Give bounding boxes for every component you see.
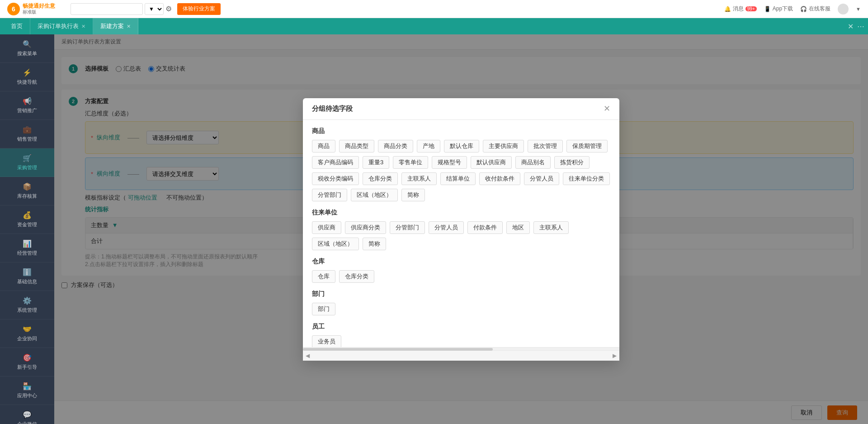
modal-header: 分组待选字段 ✕ bbox=[303, 98, 619, 120]
sidebar-item-新手引导[interactable]: 🎯新手引导 bbox=[0, 348, 54, 376]
field-tag-1-7[interactable]: 区域（地区） bbox=[312, 238, 359, 250]
field-tag-1-0[interactable]: 供应商 bbox=[312, 221, 341, 234]
field-tag-0-16[interactable]: 仓库分类 bbox=[363, 172, 398, 185]
scroll-right-arrow[interactable]: ▶ bbox=[613, 353, 617, 359]
sidebar-item-库存核算[interactable]: 📦库存核算 bbox=[0, 177, 54, 205]
sidebar-item-采购管理[interactable]: 🛒采购管理 bbox=[0, 148, 54, 177]
sidebar-item-资金管理[interactable]: 💰资金管理 bbox=[0, 205, 54, 234]
sidebar-item-基础信息[interactable]: ℹ️基础信息 bbox=[0, 262, 54, 291]
scrollbar-thumb bbox=[303, 348, 493, 351]
sidebar-item-快捷导航[interactable]: ⚡快捷导航 bbox=[0, 63, 54, 91]
sidebar-item-企业微信[interactable]: 💬企业微信 bbox=[0, 405, 54, 424]
settings-icon[interactable]: ⚙ bbox=[165, 5, 172, 13]
sidebar-item-营销推广[interactable]: 📢营销推广 bbox=[0, 91, 54, 120]
field-tag-0-11[interactable]: 规格型号 bbox=[432, 156, 467, 169]
field-tag-0-23[interactable]: 区域（地区） bbox=[351, 189, 398, 201]
field-group-2: 仓库仓库仓库分类 bbox=[312, 257, 610, 283]
field-tag-1-6[interactable]: 主联系人 bbox=[533, 221, 569, 234]
logo-subtitle: 标准版 bbox=[23, 10, 55, 15]
field-tag-0-6[interactable]: 批次管理 bbox=[528, 140, 563, 152]
avatar[interactable] bbox=[838, 4, 849, 14]
field-tag-0-5[interactable]: 主要供应商 bbox=[483, 140, 524, 152]
field-tag-1-4[interactable]: 付款条件 bbox=[467, 221, 503, 234]
field-tag-0-7[interactable]: 保质期管理 bbox=[566, 140, 608, 152]
field-group-title-2: 仓库 bbox=[312, 257, 610, 266]
sidebar-label-9: 系统管理 bbox=[17, 307, 37, 314]
field-tag-0-20[interactable]: 分管人员 bbox=[524, 172, 559, 185]
field-group-3: 部门部门 bbox=[312, 290, 610, 315]
field-tag-4-0[interactable]: 业务员 bbox=[312, 335, 341, 348]
modal-horizontal-scrollbar[interactable] bbox=[303, 347, 619, 350]
field-tags-1: 供应商供应商分类分管部门分管人员付款条件地区主联系人区域（地区）简称 bbox=[312, 221, 610, 250]
field-tag-1-8[interactable]: 简称 bbox=[363, 238, 386, 250]
field-tag-1-3[interactable]: 分管人员 bbox=[429, 221, 464, 234]
search-input[interactable] bbox=[71, 3, 143, 15]
modal: 分组待选字段 ✕ 商品商品商品类型商品分类产地默认仓库主要供应商批次管理保质期管… bbox=[303, 98, 619, 361]
field-group-title-3: 部门 bbox=[312, 290, 610, 298]
modal-close-btn[interactable]: ✕ bbox=[604, 105, 610, 113]
sidebar-icon-0: 🔍 bbox=[23, 40, 32, 48]
field-group-title-4: 员工 bbox=[312, 323, 610, 331]
field-group-title-1: 往来单位 bbox=[312, 209, 610, 217]
field-tag-0-15[interactable]: 税收分类编码 bbox=[312, 172, 359, 185]
scroll-left-arrow[interactable]: ◀ bbox=[306, 353, 310, 359]
sidebar-label-3: 销售管理 bbox=[17, 136, 37, 143]
sidebar-icon-8: ℹ️ bbox=[23, 268, 32, 276]
field-tag-0-17[interactable]: 主联系人 bbox=[401, 172, 437, 185]
field-tag-0-18[interactable]: 结算单位 bbox=[440, 172, 476, 185]
app-download-btn[interactable]: 📱 App下载 bbox=[764, 5, 793, 13]
field-tag-2-0[interactable]: 仓库 bbox=[312, 270, 335, 283]
sidebar-icon-4: 🛒 bbox=[23, 154, 32, 162]
sidebar-icon-7: 📊 bbox=[23, 239, 32, 248]
field-tag-0-12[interactable]: 默认供应商 bbox=[471, 156, 512, 169]
sidebar-item-搜索菜单[interactable]: 🔍搜索菜单 bbox=[0, 34, 54, 63]
field-tag-0-21[interactable]: 往来单位分类 bbox=[563, 172, 610, 185]
field-tags-2: 仓库仓库分类 bbox=[312, 270, 610, 283]
search-dropdown[interactable]: ▼ bbox=[145, 3, 164, 15]
sidebar-item-应用中心[interactable]: 🏪应用中心 bbox=[0, 376, 54, 405]
field-tag-2-1[interactable]: 仓库分类 bbox=[339, 270, 374, 283]
field-tag-0-8[interactable]: 客户商品编码 bbox=[312, 156, 359, 169]
nav-tab-end: ✕ ⋯ bbox=[848, 22, 864, 31]
sidebar-item-销售管理[interactable]: 💼销售管理 bbox=[0, 120, 54, 148]
field-tag-0-3[interactable]: 产地 bbox=[417, 140, 440, 152]
content-area: 采购订单执行表方案设置 1 选择模板 汇总表 交叉统计表 bbox=[54, 34, 868, 424]
field-tag-0-1[interactable]: 商品类型 bbox=[339, 140, 374, 152]
field-tag-3-0[interactable]: 部门 bbox=[312, 303, 335, 315]
sidebar-label-10: 企业协同 bbox=[17, 335, 37, 342]
sidebar-item-经营管理[interactable]: 📊经营管理 bbox=[0, 234, 54, 262]
field-tag-0-14[interactable]: 拣货积分 bbox=[554, 156, 590, 169]
field-tag-0-0[interactable]: 商品 bbox=[312, 140, 335, 152]
sidebar-icon-1: ⚡ bbox=[23, 68, 32, 77]
tab-new-plan[interactable]: 新建方案 ✕ bbox=[93, 18, 138, 34]
user-menu[interactable]: ▼ bbox=[856, 6, 861, 12]
field-tag-0-19[interactable]: 收付款条件 bbox=[479, 172, 520, 185]
logo-title: 畅捷通好生意 bbox=[23, 3, 55, 9]
sidebar-icon-3: 💼 bbox=[23, 125, 32, 134]
field-tag-0-24[interactable]: 简称 bbox=[401, 189, 425, 201]
close-tab-purchase[interactable]: ✕ bbox=[81, 24, 85, 29]
message-btn[interactable]: 🔔 消息 99+ bbox=[724, 5, 757, 13]
online-service-btn[interactable]: 🎧 在线客服 bbox=[800, 5, 830, 13]
field-tag-0-9[interactable]: 重量3 bbox=[363, 156, 389, 169]
field-tag-0-13[interactable]: 商品别名 bbox=[515, 156, 551, 169]
close-tab-new-plan[interactable]: ✕ bbox=[127, 24, 131, 29]
sidebar-label-11: 新手引导 bbox=[17, 364, 37, 371]
sidebar-label-8: 基础信息 bbox=[17, 278, 37, 285]
logo-icon: 6 bbox=[7, 3, 20, 15]
field-tag-1-2[interactable]: 分管部门 bbox=[390, 221, 425, 234]
field-tag-1-5[interactable]: 地区 bbox=[506, 221, 530, 234]
tab-home[interactable]: 首页 bbox=[4, 18, 30, 34]
experience-btn[interactable]: 体验行业方案 bbox=[177, 3, 221, 15]
sidebar-item-企业协同[interactable]: 🤝企业协同 bbox=[0, 319, 54, 348]
sidebar-item-系统管理[interactable]: ⚙️系统管理 bbox=[0, 291, 54, 319]
modal-body[interactable]: 商品商品商品类型商品分类产地默认仓库主要供应商批次管理保质期管理客户商品编码重量… bbox=[303, 120, 619, 348]
download-icon: 📱 bbox=[764, 6, 771, 12]
sidebar-label-12: 应用中心 bbox=[17, 392, 37, 399]
field-tag-0-2[interactable]: 商品分类 bbox=[378, 140, 413, 152]
tab-purchase-order[interactable]: 采购订单执行表 ✕ bbox=[30, 18, 93, 34]
field-tag-1-1[interactable]: 供应商分类 bbox=[345, 221, 386, 234]
field-tag-0-10[interactable]: 零售单位 bbox=[393, 156, 428, 169]
field-tag-0-4[interactable]: 默认仓库 bbox=[444, 140, 479, 152]
field-tag-0-22[interactable]: 分管部门 bbox=[312, 189, 347, 201]
